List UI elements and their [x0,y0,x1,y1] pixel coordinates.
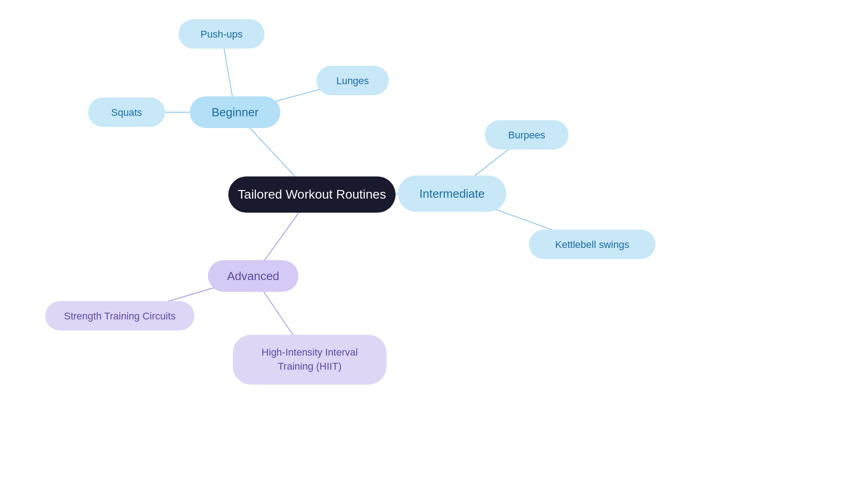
hiit-label: High-Intensity Interval Training (HIIT) [251,346,368,374]
pushups-node[interactable]: Push-ups [179,19,264,49]
kettlebell-label: Kettlebell swings [555,238,629,250]
burpees-node[interactable]: Burpees [485,120,569,150]
hiit-node[interactable]: High-Intensity Interval Training (HIIT) [233,335,387,385]
advanced-label: Advanced [227,269,279,283]
pushups-label: Push-ups [201,28,243,40]
kettlebell-node[interactable]: Kettlebell swings [529,230,656,259]
advanced-node[interactable]: Advanced [208,260,298,292]
strength-node[interactable]: Strength Training Circuits [45,301,194,331]
beginner-label: Beginner [212,105,259,119]
intermediate-node[interactable]: Intermediate [398,176,506,212]
burpees-label: Burpees [508,129,545,141]
beginner-node[interactable]: Beginner [190,96,280,128]
strength-label: Strength Training Circuits [64,310,176,322]
center-node[interactable]: Tailored Workout Routines [228,176,396,213]
center-node-label: Tailored Workout Routines [238,187,386,202]
intermediate-label: Intermediate [420,187,485,201]
squats-label: Squats [111,106,142,118]
lunges-node[interactable]: Lunges [316,66,389,95]
squats-node[interactable]: Squats [88,98,165,127]
lunges-label: Lunges [336,75,369,86]
